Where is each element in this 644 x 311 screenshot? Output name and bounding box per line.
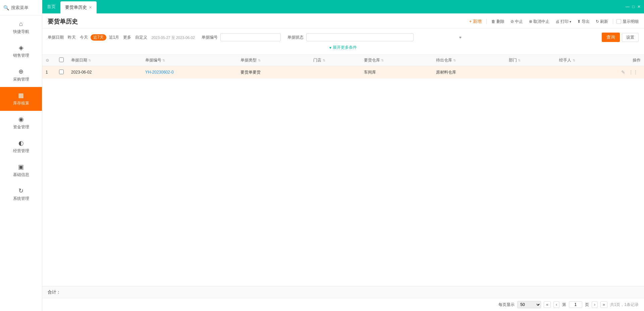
tab-requisition-history-label: 要货单历史: [65, 4, 87, 10]
page-header: 要货单历史 + 新增 🗑 删除 ⊘ 中止 ⊗ 取消中止 🖨 打: [42, 13, 644, 29]
current-page-input[interactable]: [569, 301, 582, 308]
refresh-button[interactable]: ↻ 刷新: [594, 18, 609, 25]
sort-icon-doc-type[interactable]: ⇅: [258, 58, 261, 62]
sidebar-item-sale[interactable]: ◈ 销售管理: [0, 39, 42, 63]
date-btn-month1[interactable]: 近1月: [108, 34, 121, 41]
sidebar-search[interactable]: 🔍 搜索菜单: [0, 0, 42, 16]
tab-home[interactable]: 首页: [42, 0, 60, 13]
sidebar-item-home[interactable]: ⌂ 快捷导航: [0, 16, 42, 39]
expand-icon: ▾: [329, 45, 331, 50]
cancel-stop-button[interactable]: ⊗ 取消中止: [528, 18, 551, 25]
sidebar-item-ops[interactable]: ◐ 经营管理: [0, 135, 42, 159]
data-table: ⚙ 单据日期 ⇅ 单据编号 ⇅: [42, 55, 644, 79]
col-checkbox: [56, 55, 68, 66]
topbar-right: — □ ✕: [626, 4, 644, 9]
show-detail-checkbox[interactable]: [616, 19, 621, 24]
finance-icon: ◉: [18, 116, 24, 123]
sidebar-item-sys[interactable]: ↻ 系统管理: [0, 182, 42, 206]
window-maximize-icon[interactable]: □: [632, 4, 635, 9]
row-checkbox[interactable]: [59, 70, 64, 74]
sidebar-item-label: 库存核算: [13, 100, 29, 106]
col-doc-type-label: 单据类型: [240, 58, 257, 62]
col-doc-date-label: 单据日期: [71, 58, 87, 62]
filter-docno-label: 单据编号: [202, 35, 218, 40]
query-button[interactable]: 查询: [602, 33, 620, 42]
col-handler: 经手人 ⇅: [556, 55, 617, 66]
date-range-display: 2023-05-27 至 2023-06-02: [151, 35, 195, 40]
sidebar-item-finance[interactable]: ◉ 资金管理: [0, 111, 42, 135]
sidebar-search-label: 搜索菜单: [11, 5, 29, 11]
window-close-icon[interactable]: ✕: [637, 4, 641, 9]
stop-button[interactable]: ⊘ 中止: [509, 18, 524, 25]
export-icon: ⬆: [577, 19, 581, 24]
tab-close-icon[interactable]: ✕: [89, 5, 92, 10]
cell-index: 1: [42, 66, 56, 79]
tab-home-label: 首页: [47, 4, 56, 10]
sort-icon-dept[interactable]: ⇅: [518, 58, 521, 62]
next-page-button[interactable]: ›: [592, 301, 598, 308]
window-minimize-icon[interactable]: —: [626, 4, 630, 9]
print-dropdown-icon[interactable]: ▾: [570, 20, 571, 24]
expand-label: 展开更多条件: [333, 45, 357, 50]
filter-docno-input[interactable]: [220, 33, 281, 41]
col-action: 操作: [617, 55, 644, 66]
col-doc-type: 单据类型 ⇅: [237, 55, 310, 66]
date-btn-week7[interactable]: 近7天: [91, 34, 106, 41]
page-size-label: 每页显示: [498, 302, 515, 308]
sort-icon-handler[interactable]: ⇅: [573, 58, 575, 62]
col-doc-date: 单据日期 ⇅: [68, 55, 142, 66]
cell-action: ✎ ⋮⋮: [617, 66, 644, 79]
sidebar-item-label: 快捷导航: [13, 29, 29, 35]
home-icon: ⌂: [19, 20, 23, 28]
table-settings-icon[interactable]: ⚙: [46, 58, 49, 63]
sort-icon-doc-no[interactable]: ⇅: [162, 58, 165, 62]
search-icon: 🔍: [3, 5, 9, 10]
sort-icon-doc-date[interactable]: ⇅: [88, 58, 91, 62]
pagination-bar: 每页显示 50 20 100 200 « ‹ 第 页 › » 共1页，1条记录: [42, 298, 644, 311]
page-label: 第: [562, 302, 566, 308]
doc-no-link[interactable]: YH-20230602-0: [145, 70, 174, 75]
last-page-button[interactable]: »: [600, 301, 607, 308]
sidebar-item-label: 销售管理: [13, 53, 29, 58]
sort-icon-req-warehouse[interactable]: ⇅: [381, 58, 384, 62]
sort-icon-pending-warehouse[interactable]: ⇅: [453, 58, 456, 62]
table-footer: 合计：: [42, 286, 644, 298]
date-btn-today[interactable]: 今天: [78, 34, 89, 41]
sidebar: 🔍 搜索菜单 ⌂ 快捷导航 ◈ 销售管理 ⊕ 采购管理 ▦ 库存核算 ◉ 资金管…: [0, 0, 42, 311]
sidebar-item-buy[interactable]: ⊕ 采购管理: [0, 63, 42, 87]
delete-icon: 🗑: [491, 19, 495, 24]
sidebar-item-label: 资金管理: [13, 124, 29, 130]
prev-page-button[interactable]: ‹: [553, 301, 559, 308]
print-button[interactable]: 🖨 打印 ▾: [554, 18, 573, 25]
filter-date-label: 单据日期: [48, 35, 64, 40]
settings-button[interactable]: 设置: [622, 33, 639, 42]
main-area: 首页 要货单历史 ✕ — □ ✕ 要货单历史 + 新增 🗑 删除 ⊘: [42, 0, 644, 311]
row-edit-icon[interactable]: ✎: [621, 69, 626, 76]
tab-requisition-history[interactable]: 要货单历史 ✕: [60, 1, 97, 13]
select-all-checkbox[interactable]: [59, 57, 64, 62]
date-btn-more[interactable]: 更多: [122, 34, 132, 41]
filter-status-label: 单据状态: [287, 35, 304, 40]
expand-more-button[interactable]: ▾ 展开更多条件: [329, 45, 357, 50]
print-icon: 🖨: [555, 19, 559, 24]
export-button[interactable]: ⬆ 导出: [576, 18, 591, 25]
first-page-button[interactable]: «: [544, 301, 551, 308]
col-req-warehouse-label: 要货仓库: [364, 58, 380, 62]
cell-dept: [505, 66, 556, 79]
new-button[interactable]: + 新增: [468, 18, 483, 25]
row-more-icon[interactable]: ⋮⋮: [628, 69, 639, 76]
page-size-select[interactable]: 50 20 100 200: [517, 301, 541, 308]
filter-status-select[interactable]: [306, 33, 414, 41]
sidebar-item-stock[interactable]: ▦ 库存核算: [0, 87, 42, 111]
sort-icon-store[interactable]: ⇅: [323, 58, 325, 62]
show-detail-toggle[interactable]: 显示明细: [616, 19, 639, 25]
col-req-warehouse: 要货仓库 ⇅: [361, 55, 433, 66]
topbar: 首页 要货单历史 ✕ — □ ✕: [42, 0, 644, 13]
date-btn-custom[interactable]: 自定义: [134, 34, 149, 41]
date-btn-yesterday[interactable]: 昨天: [66, 34, 77, 41]
col-action-label: 操作: [633, 58, 641, 62]
cell-pending-warehouse: 原材料仓库: [433, 66, 505, 79]
buy-icon: ⊕: [18, 68, 23, 75]
sidebar-item-base[interactable]: ▣ 基础信息: [0, 159, 42, 182]
delete-button[interactable]: 🗑 删除: [490, 18, 506, 25]
